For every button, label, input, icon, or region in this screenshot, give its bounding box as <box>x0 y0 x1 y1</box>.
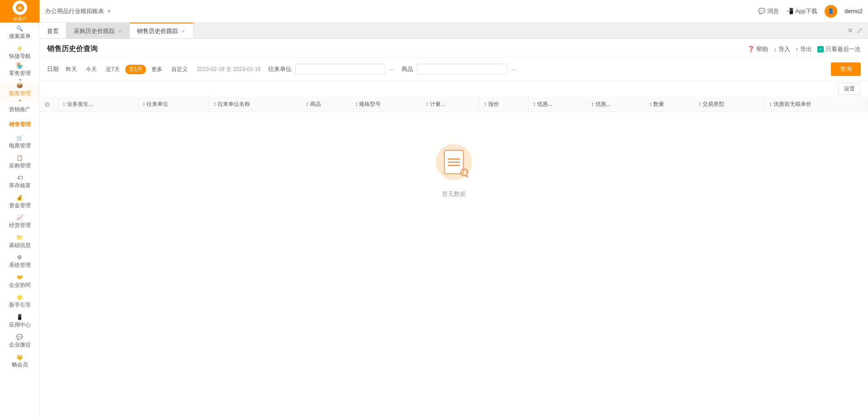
sidebar-item-finance-mgmt[interactable]: 💰 资金管理 <box>0 192 39 212</box>
export-icon: ↑ <box>796 46 799 52</box>
window-close-button[interactable]: ✕ <box>847 26 853 35</box>
sidebar-item-basic-info-label: 基础信息 <box>9 242 31 249</box>
th-spec-label: ↕ 规格型号 <box>355 100 381 108</box>
date-buttons: 昨天 今天 近7天 近1月 更多 自定义 <box>62 65 191 74</box>
column-settings-icon[interactable]: ⚙ <box>44 101 50 108</box>
sidebar-item-retail-mgmt[interactable]: 🏪 零售管理 ▾ <box>0 62 39 82</box>
th-partner-name[interactable]: ↕ 往来单位名称 <box>208 97 301 112</box>
tab-purchase-history-close-icon[interactable]: × <box>118 28 122 35</box>
th-partner-code-label: ↕ 往来单位 <box>142 100 168 108</box>
partner-input[interactable] <box>295 64 386 75</box>
th-settings: ⚙ <box>40 97 58 112</box>
tab-purchase-history[interactable]: 采购历史价跟踪 × <box>66 23 130 38</box>
finance-icon: 💰 <box>16 195 23 201</box>
wholesale-arrow-icon: ▴ <box>19 97 21 102</box>
table-body: 暂无数据 <box>40 112 868 226</box>
th-spec[interactable]: ↕ 规格型号 <box>350 97 421 112</box>
th-pretax-price[interactable]: ↕ 优惠前无税单价 <box>764 97 868 112</box>
sidebar-item-purchase-mgmt[interactable]: 📋 采购管理 <box>0 152 39 172</box>
table-container: ⚙ ↕ 业务发生... ↕ 往来单位 <box>40 97 868 418</box>
goods-dots-icon[interactable]: ··· <box>511 66 516 73</box>
quick-nav-icon: ⚡ <box>16 45 23 52</box>
th-partner-code[interactable]: ↕ 往来单位 <box>138 97 209 112</box>
sidebar-item-inventory[interactable]: 🏷 库存核算 <box>0 172 39 192</box>
window-maximize-button[interactable]: ⤢ <box>857 26 863 35</box>
message-button[interactable]: 💬 消息 <box>758 7 779 15</box>
member-icon: 👑 <box>16 354 23 360</box>
date-btn-yesterday[interactable]: 昨天 <box>62 65 80 74</box>
date-filter-label: 日期 <box>47 65 59 73</box>
sys-icon: ⚙ <box>17 254 22 261</box>
th-goods-label: ↕ 商品 <box>306 100 321 108</box>
date-btn-more[interactable]: 更多 <box>148 65 166 74</box>
app-logo[interactable]: 畅 标题栏 <box>0 0 39 23</box>
empty-doc-line-2 <box>448 162 460 163</box>
page-header: 销售历史价查询 ❓ 帮助 ↓ 导入 ↑ 导出 只看最后一次 <box>40 39 868 58</box>
user-avatar[interactable]: 👤 <box>825 5 837 18</box>
import-button[interactable]: ↓ 导入 <box>774 45 790 53</box>
th-discount1-label: ↕ 优惠... <box>533 100 552 108</box>
message-label: 消息 <box>767 7 779 15</box>
help-label: 帮助 <box>756 45 768 53</box>
app-center-icon: 📱 <box>16 314 23 320</box>
th-quote[interactable]: ↕ 报价 <box>479 97 528 112</box>
sidebar-item-ecom-label: 电商管理 <box>9 142 31 150</box>
date-btn-7days[interactable]: 近7天 <box>102 65 123 74</box>
filter-actions: 查询 <box>831 62 861 76</box>
sidebar-item-member[interactable]: 👑 畅会员 <box>0 351 39 371</box>
filter-bar: 日期 昨天 今天 近7天 近1月 更多 自定义 2023-02-18 至 202… <box>40 58 868 81</box>
sidebar-item-enterprise-wechat[interactable]: 💬 企业微信 <box>0 331 39 351</box>
th-trade-type[interactable]: ↕ 交易类型 <box>693 97 764 112</box>
app-download-button[interactable]: 📲 App下载 <box>786 7 817 15</box>
date-btn-today[interactable]: 今天 <box>82 65 100 74</box>
sidebar-item-ops-mgmt[interactable]: 📈 经营管理 <box>0 212 39 232</box>
sidebar-item-marketing[interactable]: 营销推广 <box>0 102 39 117</box>
only-last-checkbox[interactable] <box>817 46 824 52</box>
sidebar-item-inventory-label: 库存核算 <box>9 182 31 190</box>
sales-mgmt-label: 销售管理 <box>0 121 39 128</box>
wholesale-icon: 📦 <box>16 82 23 89</box>
tabs-bar: 首页 采购历史价跟踪 × 销售历史价跟踪 × ✕ ⤢ <box>40 23 868 39</box>
export-button[interactable]: ↑ 导出 <box>796 45 812 53</box>
sidebar-item-search-menu[interactable]: 🔍 搜索菜单 <box>0 23 39 43</box>
partner-dots-icon[interactable]: ··· <box>389 66 395 73</box>
partner-filter-group: 往来单位 ··· <box>268 64 395 75</box>
tab-sales-history[interactable]: 销售历史价跟踪 × <box>130 23 193 38</box>
date-btn-custom[interactable]: 自定义 <box>168 65 191 74</box>
date-btn-1month[interactable]: 近1月 <box>125 65 146 74</box>
page-actions: ❓ 帮助 ↓ 导入 ↑ 导出 只看最后一次 <box>747 45 861 53</box>
app-download-label: App下载 <box>795 7 817 15</box>
data-table: ⚙ ↕ 业务发生... ↕ 往来单位 <box>40 97 868 225</box>
sidebar-item-ecom-mgmt[interactable]: 🛒 电商管理 <box>0 132 39 152</box>
th-goods[interactable]: ↕ 商品 <box>301 97 350 112</box>
topbar-dropdown-icon[interactable]: ▾ <box>108 8 110 14</box>
tab-home[interactable]: 首页 <box>40 23 66 38</box>
marketing-label: 营销推广 <box>0 106 39 114</box>
logo-text: 标题栏 <box>13 16 27 22</box>
query-button[interactable]: 查询 <box>831 62 861 76</box>
help-icon: ❓ <box>747 46 755 52</box>
sidebar-item-quick-nav[interactable]: ⚡ 快捷导航 <box>0 43 39 62</box>
sidebar-item-sys-mgmt[interactable]: ⚙ 系统管理 <box>0 252 39 271</box>
tab-sales-history-close-icon[interactable]: × <box>181 28 185 35</box>
sidebar-item-newbie-guide[interactable]: 🌟 新手引导 <box>0 291 39 311</box>
search-icon: 🔍 <box>16 25 23 32</box>
sidebar-item-wechat-label: 企业微信 <box>9 341 31 349</box>
th-discount1[interactable]: ↕ 优惠... <box>528 97 586 112</box>
th-discount2[interactable]: ↕ 优惠... <box>586 97 645 112</box>
window-controls: ✕ ⤢ <box>842 23 868 38</box>
only-last-checkbox-label[interactable]: 只看最后一次 <box>817 45 861 53</box>
sidebar-item-sales-mgmt[interactable]: 销售管理 <box>0 117 39 132</box>
sidebar-item-wholesale-mgmt[interactable]: 📦 批发管理 ▴ <box>0 82 39 102</box>
sidebar-item-enterprise-collab[interactable]: 🤝 企业协同 <box>0 271 39 291</box>
th-qty[interactable]: ↕ 数量 <box>645 97 694 112</box>
sidebar-item-basic-info[interactable]: 📁 基础信息 <box>0 232 39 252</box>
th-unit[interactable]: ↕ 计量... <box>421 97 479 112</box>
th-quote-label: ↕ 报价 <box>484 100 499 108</box>
help-button[interactable]: ❓ 帮助 <box>747 45 768 53</box>
th-biz-date[interactable]: ↕ 业务发生... <box>58 97 138 112</box>
settings-button[interactable]: 设置 <box>838 83 861 95</box>
sidebar-item-app-center[interactable]: 📱 应用中心 <box>0 311 39 331</box>
goods-input[interactable] <box>417 64 507 75</box>
import-label: 导入 <box>778 45 790 53</box>
